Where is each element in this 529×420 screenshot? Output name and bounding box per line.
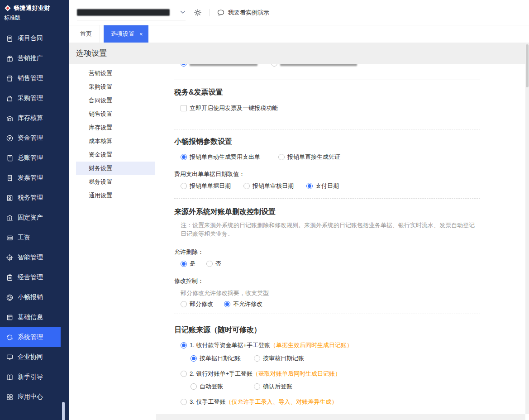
tab-options-settings[interactable]: 选项设置 × — [104, 25, 148, 43]
sidebar-item-invoice[interactable]: 发票管理 — [0, 168, 61, 188]
section-title-external-source: 来源外系统对账单删改控制设置 — [174, 207, 480, 217]
radio-circle — [181, 154, 187, 160]
settings-nav-item-finance[interactable]: 财务设置 — [76, 162, 155, 175]
sidebar-item-marketing[interactable]: 营销推广 — [0, 48, 61, 68]
radio-partial-modify[interactable]: 部分修改 — [181, 300, 213, 308]
settings-nav-item-cost-accounting[interactable]: 成本核算 — [76, 134, 155, 148]
sidebar-item-tax[interactable]: 税务管理 — [0, 188, 61, 208]
radio-circle — [191, 355, 197, 362]
settings-nav-label: 营销设置 — [89, 70, 112, 76]
radio-circle — [181, 371, 187, 377]
sidebar-item-system-management[interactable]: 系统管理 — [0, 327, 61, 347]
sidebar-item-enterprise-collab[interactable]: 企业协同 — [0, 347, 61, 367]
sidebar-item-payroll[interactable]: 工资 — [0, 228, 61, 248]
checkbox-box[interactable] — [181, 105, 187, 111]
radio-auto-register[interactable]: 自动登账 — [191, 382, 254, 391]
horizontal-scrollbar-track[interactable] — [156, 414, 525, 420]
radio-no[interactable]: 否 — [206, 260, 221, 268]
radio-by-audit-date[interactable]: 按审核日期记账 — [254, 354, 304, 363]
vertical-scrollbar-thumb[interactable] — [526, 44, 529, 87]
sidebar-item-inventory[interactable]: 库存核算 — [0, 108, 61, 128]
org-selector[interactable] — [77, 5, 186, 20]
topbar: 我要看实例演示 — [69, 0, 529, 25]
radio-no-modify[interactable]: 不允许修改 — [224, 300, 262, 308]
settings-nav-item-sales[interactable]: 销售设置 — [76, 107, 155, 121]
journal-option-1-sub-row: 按单据日期记账 按审核日期记账 — [191, 354, 480, 363]
warehouse-icon — [6, 115, 14, 122]
sidebar-item-basic-info[interactable]: 基础信息 — [0, 307, 61, 327]
settings-nav-label: 合同设置 — [89, 97, 112, 104]
sidebar-item-project-contract[interactable]: 项目合同 — [0, 29, 61, 48]
org-name-redacted — [77, 9, 170, 16]
sidebar-item-fixed-assets[interactable]: 固定资产 — [0, 208, 61, 228]
reimburse-options-row: 报销单自动生成费用支出单 报销单直接生成凭证 — [181, 153, 480, 161]
clipped-text — [190, 64, 257, 66]
radio-circle — [254, 383, 260, 390]
sidebar-item-app-center[interactable]: 应用中心 — [0, 387, 61, 407]
radio-label: 2. 银行对账单+手工登账 — [190, 370, 253, 378]
demo-link-label: 我要看实例演示 — [228, 9, 269, 17]
settings-nav-item-marketing[interactable]: 营销设置 — [76, 67, 155, 80]
sidebar-scrollbar-thumb[interactable] — [62, 402, 65, 420]
radio-journal-option-3[interactable]: 3. 仅手工登账 （仅允许手工录入、导入、对账差异生成） — [181, 398, 480, 406]
sidebar-item-label: 销售管理 — [18, 74, 43, 82]
demo-link[interactable]: 我要看实例演示 — [217, 9, 269, 17]
sidebar-item-label: 税务管理 — [18, 194, 43, 202]
sidebar-item-xiaochang-reimburse[interactable]: 小畅报销 — [0, 287, 61, 307]
radio-auto-generate-expense-doc[interactable]: 报销单自动生成费用支出单 — [181, 153, 260, 161]
settings-nav-label: 通用设置 — [89, 192, 112, 199]
allow-delete-options-row: 是 否 — [181, 260, 480, 268]
radio-by-doc-date[interactable]: 按单据日期记账 — [191, 354, 254, 363]
radio-journal-option-1[interactable]: 1. 收付款等资金单据+手工登账 （单据生效后同时生成日记账） — [181, 341, 480, 349]
tab-home[interactable]: 首页 — [72, 25, 100, 43]
sidebar-item-label: 营销推广 — [18, 54, 43, 62]
checkbox-enable-invoice-tax[interactable]: 立即开启使用发票及一键报税功能 — [181, 104, 480, 112]
tab-close-icon[interactable]: × — [139, 31, 143, 38]
sidebar-item-beginner-guide[interactable]: 新手引导 — [0, 367, 61, 387]
radio-label: 自动登账 — [200, 382, 223, 391]
radio-note-orange: （获取对账单后同时生成日记账） — [253, 370, 341, 378]
sidebar-item-smart-management[interactable]: 智能管理 — [0, 248, 61, 267]
sidebar-item-funds[interactable]: 资金管理 — [0, 128, 61, 148]
radio-circle — [278, 154, 285, 160]
sidebar-item-general-ledger[interactable]: 总账管理 — [0, 148, 61, 168]
sidebar-item-label: 库存核算 — [18, 114, 43, 122]
radio-circle — [181, 399, 187, 405]
settings-nav-item-inventory[interactable]: 库存设置 — [76, 121, 155, 134]
bank-building-icon — [6, 214, 14, 222]
clipped-radio[interactable] — [271, 64, 277, 67]
radio-circle — [206, 261, 213, 267]
radio-label: 报销单直接生成凭证 — [287, 153, 340, 161]
sidebar-item-label: 发票管理 — [18, 174, 43, 182]
sidebar-item-label: 小畅报销 — [18, 293, 43, 301]
radio-confirm-register[interactable]: 确认后登账 — [254, 382, 292, 391]
settings-nav-item-purchase[interactable]: 采购设置 — [76, 80, 155, 94]
radio-circle — [191, 383, 197, 390]
settings-nav-item-contract[interactable]: 合同设置 — [76, 94, 155, 107]
section-title-tax-invoice: 税务&发票设置 — [174, 87, 480, 97]
settings-nav-item-funds[interactable]: 资金设置 — [76, 148, 155, 162]
radio-circle — [181, 261, 187, 267]
radio-label: 否 — [215, 260, 221, 268]
tab-strip: 首页 选项设置 × — [69, 25, 529, 43]
settings-nav-label: 采购设置 — [89, 83, 112, 90]
radio-payment-date[interactable]: 支付日期 — [306, 182, 339, 190]
content-panel: 营销设置 采购设置 合同设置 销售设置 库存设置 成本核算 资金设置 财务设置 … — [69, 64, 529, 414]
radio-doc-date[interactable]: 报销单单据日期 — [181, 182, 231, 190]
checkbox-label: 立即开启使用发票及一键报税功能 — [190, 104, 278, 112]
sidebar-item-sales[interactable]: 销售管理 — [0, 68, 61, 88]
clipped-radio[interactable] — [181, 64, 187, 67]
expense-date-options-row: 报销单单据日期 报销单审核日期 支付日期 — [181, 182, 480, 190]
radio-yes[interactable]: 是 — [181, 260, 195, 268]
radio-journal-option-2[interactable]: 2. 银行对账单+手工登账 （获取对账单后同时生成日记账） — [181, 370, 480, 378]
sidebar-item-purchase[interactable]: 采购管理 — [0, 88, 61, 108]
gear-icon[interactable] — [194, 9, 202, 17]
settings-nav-label: 资金设置 — [89, 151, 112, 158]
radio-direct-generate-voucher[interactable]: 报销单直接生成凭证 — [278, 153, 340, 161]
settings-nav-item-tax[interactable]: 税务设置 — [76, 175, 155, 189]
radio-note-orange: （单据生效后同时生成日记账） — [270, 341, 353, 349]
sidebar-item-business-management[interactable]: 经营管理 — [0, 267, 61, 287]
radio-audit-date[interactable]: 报销单审核日期 — [243, 182, 294, 190]
settings-nav-item-general[interactable]: 通用设置 — [76, 189, 155, 202]
section-divider — [174, 198, 480, 199]
